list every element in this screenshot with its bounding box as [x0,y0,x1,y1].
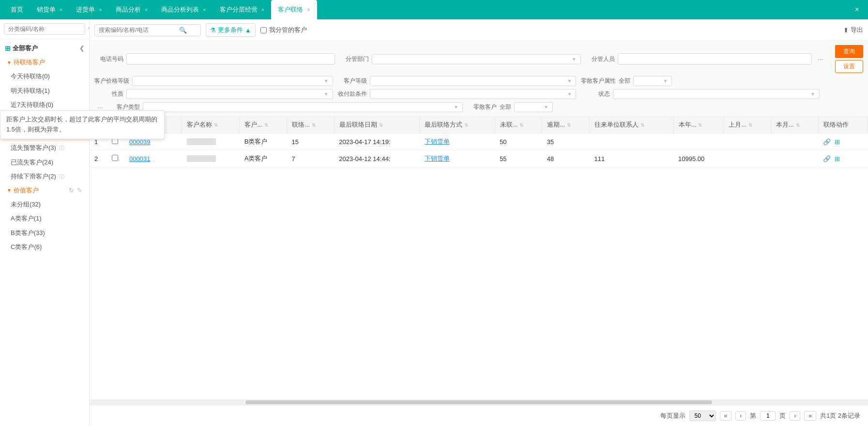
nav-home[interactable]: 首页 [4,0,30,19]
close-purchase-tab[interactable]: × [99,0,102,19]
nav-sales[interactable]: 销货单 × [30,0,69,19]
sidebar-tomorrow-pending[interactable]: 明天待联络(1) [0,84,89,98]
filter-customer-type-select[interactable]: ▼ [143,102,463,112]
sidebar-value-customers-header[interactable]: ▼ 价值客户 ↻ ✎ [0,184,89,197]
filter-customer-level-select[interactable]: ▼ [370,76,577,86]
filter-dept-select[interactable]: ▼ [372,54,580,64]
page-label: 第 [750,411,756,420]
horizontal-scrollbar[interactable] [90,399,868,405]
filter-person-input[interactable] [618,53,812,65]
filter-price-level-select[interactable]: ▼ [132,76,333,86]
sidebar-unclassified[interactable]: 未分组(32) [0,197,89,212]
close-customer-contact-tab[interactable]: × [307,0,310,19]
sidebar-loss-warning[interactable]: 流失预警客户(3) ⓘ [0,141,89,155]
filter-retail-attr-select[interactable]: ▼ [633,76,672,86]
sidebar-already-lost[interactable]: 已流失客户(24) [0,155,89,170]
top-navigation: 首页 销货单 × 进货单 × 商品分析 × 商品分析列表 × 客户分层经营 × … [0,0,868,19]
customer-level-0: B类客户 [244,138,268,145]
th-last-contact-date: 最后联络日期 ⇅ [334,117,420,133]
table-row: 2 000031 A类客户 7 2023-04-12 14:44: 下销货单 5… [90,150,868,167]
filter-status-field: 状态 ▼ [581,89,820,99]
window-close-button[interactable]: × [850,5,864,14]
chevron-down-icon-6: ▼ [567,91,572,97]
nav-purchase[interactable]: 进货单 × [69,0,108,19]
customer-name-1 [187,155,216,162]
contact-count-0: 15 [292,138,299,146]
total-records-label: 共1页 2条记录 [820,411,860,420]
more-conditions-btn[interactable]: ⚗ 更多条件 ▲ [206,23,256,37]
last-contact-method-1[interactable]: 下销货单 [425,155,450,162]
link-action-icon-0[interactable]: 🔗 [823,138,831,146]
per-page-select[interactable]: 50 100 200 [689,411,716,421]
close-sales-tab[interactable]: × [60,0,62,19]
person-dots-btn[interactable]: ··· [815,54,826,64]
next-page-button[interactable]: › [790,411,800,421]
row-checkbox-1[interactable] [112,155,118,161]
sidebar-all-customers-header[interactable]: ⊞ 全部客户 ❮ [0,41,89,56]
grid-action-icon-1[interactable]: ⊞ [835,155,840,162]
edit-icon[interactable]: ✎ [77,187,82,194]
scrollbar-thumb[interactable] [245,400,713,404]
sidebar-class-c[interactable]: C类客户(6) [0,240,89,254]
last-contact-method-0[interactable]: 下销货单 [425,138,450,145]
sort-icon-type: ⇅ [264,122,268,128]
filter-phone-input[interactable] [126,53,335,65]
close-customer-tier-tab[interactable]: × [261,0,264,19]
nav-product-analysis-list[interactable]: 商品分析列表 × [154,0,213,19]
action-icons-1: 🔗 ⊞ [823,155,863,162]
nav-product-analysis[interactable]: 商品分析 × [109,0,154,19]
sidebar-today-pending[interactable]: 今天待联络(0) [0,69,89,84]
sidebar-pending-contact-header[interactable]: ▼ 待联络客户 [0,56,89,69]
page-number-input[interactable] [760,411,776,421]
th-actions: 联络动作 [818,117,868,133]
th-name: 客户名称 ⇅ [182,117,240,133]
chevron-down-icon: ▼ [572,57,577,62]
link-action-icon-1[interactable]: 🔗 [823,155,831,162]
filter-action-buttons: 查询 设置 [835,45,863,73]
customer-name-0 [187,138,216,145]
action-icons-0: 🔗 ⊞ [823,138,863,146]
close-product-list-tab[interactable]: × [203,0,206,19]
my-customers-checkbox[interactable] [260,27,267,33]
tooltip-box: 距客户上次交易时长，超过了此客户的平均交易周期的1.5倍，则视为异常。 [0,110,165,139]
sidebar-class-b[interactable]: B类客户(33) [0,226,89,240]
export-icon: ⬆ [843,27,849,34]
sort-icon-name: ⇅ [214,122,218,128]
filter-payment-select[interactable]: ▼ [370,89,577,99]
sidebar-search-input[interactable] [4,23,85,35]
filter-nature-select[interactable]: ▼ [126,89,333,99]
nav-customer-tier[interactable]: 客户分层经营 × [213,0,271,19]
table-row: 1 000039 B类客户 15 2023-04-17 14:19: 下销货单 … [90,133,868,150]
filter-phone-field: 电话号码 [94,53,335,65]
sidebar-continue-decline[interactable]: 持续下滑客户(2) ⓘ [0,169,89,184]
overdue-0: 35 [547,138,554,146]
prev-page-button[interactable]: ‹ [735,411,746,421]
customer-code-1[interactable]: 000031 [129,155,150,162]
grid-action-icon-0[interactable]: ⊞ [835,138,840,146]
filter-search-icon: 🔍 [179,27,187,34]
chevron-up-icon: ▲ [245,27,251,34]
export-button[interactable]: ⬆ 导出 [843,26,863,34]
sort-icon-contact: ⇅ [312,122,316,128]
close-product-analysis-tab[interactable]: × [145,0,148,19]
filter-status-select[interactable]: ▼ [613,89,820,99]
filter-icon: ⚗ [210,27,216,34]
filter-payment-label: 收付款条件 [338,90,367,98]
nav-customer-contact[interactable]: 客户联络 × [271,0,317,19]
filter-dept-label: 分管部门 [340,55,369,63]
filter-row-4: ··· 客户类型 ▼ 零散客户 全部 ▼ [94,102,863,112]
refresh-icon[interactable]: ↻ [69,187,74,194]
last-page-button[interactable]: » [804,411,816,421]
chevron-down-icon-2: ▼ [324,78,329,84]
unlisted-1: 55 [500,155,506,162]
customer-code-0[interactable]: 000039 [129,138,150,146]
th-unlisted: 未联... ⇅ [495,117,542,133]
query-button[interactable]: 查询 [835,45,863,58]
first-page-button[interactable]: « [720,411,732,421]
filter-search-input[interactable] [99,27,176,33]
sidebar-class-a[interactable]: A类客户(1) [0,211,89,226]
filter-phone-label: 电话号码 [94,55,123,63]
filter-retail-customer-select[interactable]: ▼ [514,102,553,112]
filter-search-box: 🔍 [94,24,201,36]
set-button[interactable]: 设置 [835,60,863,73]
